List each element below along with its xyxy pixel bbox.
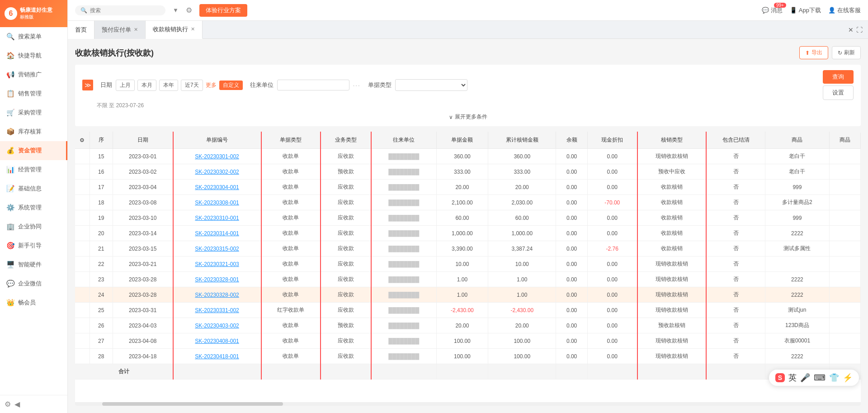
tab-expand-icon[interactable]: ⛶	[856, 26, 863, 33]
table-cell[interactable]: SK-20230308-001	[173, 195, 261, 210]
sidebar-item-label: 企业微信	[18, 280, 42, 288]
col-gear[interactable]: ⚙	[75, 132, 90, 149]
sidebar-item-wechat[interactable]: 💬 企业微信	[0, 274, 67, 293]
sidebar-item-label: 采购管理	[18, 109, 42, 117]
float-ying-icon[interactable]: 英	[788, 372, 797, 383]
sidebar-item-sales[interactable]: 📋 销售管理	[0, 84, 67, 103]
table-cell[interactable]: SK-20230328-001	[173, 272, 261, 287]
table-scrollbar	[75, 402, 861, 406]
hardware-icon: 🖥️	[6, 261, 14, 269]
tab-home[interactable]: 首页	[68, 21, 94, 39]
sidebar-item-basic[interactable]: 📝 基础信息	[0, 179, 67, 198]
table-cell: 2222	[765, 272, 829, 287]
export-button[interactable]: ⬆ 导出	[799, 46, 828, 59]
refresh-button[interactable]: ↻ 刷新	[832, 46, 861, 59]
tab-close-all-icon[interactable]: ✕	[848, 26, 854, 33]
col-no: 序	[90, 132, 113, 149]
table-cell	[75, 241, 90, 256]
table-cell[interactable]: SK-20230321-003	[173, 256, 261, 272]
col-amount: 单据金额	[436, 132, 488, 149]
page-title: 收款核销执行(按收款)	[75, 47, 154, 58]
sidebar-item-purchase[interactable]: 🛒 采购管理	[0, 103, 67, 122]
table-cell[interactable]: SK-20230418-001	[173, 349, 261, 364]
app-download-button[interactable]: 📱 App下载	[790, 6, 821, 14]
collapse-icon[interactable]: ◀	[14, 400, 20, 408]
table-cell: 2222	[765, 226, 829, 241]
purchase-icon: 🛒	[6, 109, 14, 117]
sidebar-item-system[interactable]: ⚙️ 系统管理	[0, 198, 67, 217]
chevron-down-icon: ∨	[449, 114, 453, 120]
table-cell[interactable]: SK-20230314-001	[173, 226, 261, 241]
sidebar-item-inventory[interactable]: 📦 库存核算	[0, 122, 67, 141]
footer-balance	[556, 364, 587, 380]
online-service-label: 在线客服	[837, 6, 861, 14]
expand-more-btn[interactable]: ∨ 展开更多条件	[449, 113, 487, 121]
table-cell[interactable]: SK-20230302-002	[173, 164, 261, 180]
float-apps-icon[interactable]: ⚡	[843, 373, 853, 383]
logo-icon: 6	[5, 7, 17, 20]
table-cell[interactable]: SK-20230408-001	[173, 333, 261, 349]
table-cell[interactable]: SK-20230403-002	[173, 318, 261, 333]
filter-partner-input[interactable]	[277, 80, 349, 90]
topbar-search-box[interactable]: 🔍	[75, 5, 165, 15]
solution-button[interactable]: 体验行业方案	[199, 4, 247, 17]
table-cell: 预收款核销	[637, 318, 706, 333]
table-cell: 老白干	[765, 149, 829, 164]
data-table: ⚙ 序 日期 单据编号 单据类型 业务类型 往来单位 单据金额 累计核销金额 余…	[75, 132, 861, 380]
filter-prev-month-btn[interactable]: 上月	[116, 80, 135, 91]
dropdown-arrow-icon[interactable]: ▼	[173, 7, 179, 14]
online-service-button[interactable]: 👤 在线客服	[828, 6, 861, 14]
sidebar-item-operations[interactable]: 📊 经营管理	[0, 160, 67, 179]
message-button[interactable]: 💬 消息 99+	[762, 6, 783, 14]
table-cell[interactable]: SK-20230304-001	[173, 180, 261, 195]
filter-partner-item: 往来单位 ···	[250, 80, 361, 90]
col-biz-type: 业务类型	[321, 132, 371, 149]
sidebar-item-marketing[interactable]: 📢 营销推广	[0, 65, 67, 84]
table-cell: 60.00	[488, 210, 556, 226]
table-cell	[75, 195, 90, 210]
tab-prepay[interactable]: 预付应付单 ✕	[94, 21, 146, 39]
sidebar-item-finance[interactable]: 💰 资金管理	[0, 141, 67, 160]
table-cell: 17	[90, 180, 113, 195]
tab-collection[interactable]: 收款核销执行 ✕	[146, 21, 203, 39]
table-scrollbar-inner[interactable]	[102, 402, 283, 406]
filter-doctype-select[interactable]	[395, 79, 467, 91]
table-wrapper[interactable]: ⚙ 序 日期 单据编号 单据类型 业务类型 往来单位 单据金额 累计核销金额 余…	[75, 132, 861, 402]
float-mic-icon[interactable]: 🎤	[800, 373, 810, 383]
filter-7days-btn[interactable]: 近7天	[181, 80, 203, 91]
table-cell[interactable]: SK-20230301-002	[173, 149, 261, 164]
table-cell[interactable]: SK-20230310-001	[173, 210, 261, 226]
filter-custom-label[interactable]: 自定义	[219, 81, 243, 90]
filter-expand-button[interactable]: ≫	[82, 80, 93, 90]
table-cell: ████████	[371, 226, 436, 241]
sidebar-item-enterprise[interactable]: 🏢 企业协同	[0, 217, 67, 236]
float-keyboard-icon[interactable]: ⌨	[814, 373, 826, 383]
table-cell: 100.00	[488, 349, 556, 364]
filter-this-month-btn[interactable]: 本月	[137, 80, 156, 91]
search-input[interactable]	[90, 7, 144, 14]
topbar-right: 💬 消息 99+ 📱 App下载 👤 在线客服	[762, 6, 861, 14]
table-cell: 2023-03-10	[113, 210, 173, 226]
table-cell: 18	[90, 195, 113, 210]
topbar-gear-icon[interactable]: ⚙	[186, 6, 192, 14]
query-button[interactable]: 查询	[823, 70, 854, 84]
table-cell: ████████	[371, 195, 436, 210]
sidebar-item-guide[interactable]: 🎯 新手引导	[0, 236, 67, 255]
table-cell[interactable]: SK-20230315-002	[173, 241, 261, 256]
filter-more-dates[interactable]: 更多	[206, 81, 217, 89]
table-cell[interactable]: SK-20230328-002	[173, 287, 261, 303]
table-cell[interactable]: SK-20230331-002	[173, 303, 261, 318]
app-download-label: App下载	[799, 6, 821, 14]
footer-doc-no	[173, 364, 261, 380]
col-doc-no: 单据编号	[173, 132, 261, 149]
sidebar-item-quicknav[interactable]: 🏠 快捷导航	[0, 46, 67, 65]
float-shirt-icon[interactable]: 👕	[829, 373, 839, 383]
settings-button[interactable]: 设置	[823, 85, 854, 100]
filter-this-year-btn[interactable]: 本年	[159, 80, 178, 91]
sidebar-item-search[interactable]: 🔍 搜索菜单	[0, 27, 67, 46]
sidebar-item-hardware[interactable]: 🖥️ 智能硬件	[0, 255, 67, 274]
sidebar-item-member[interactable]: 👑 畅会员	[0, 293, 67, 312]
tab-prepay-close-icon[interactable]: ✕	[134, 27, 138, 33]
tab-collection-close-icon[interactable]: ✕	[191, 26, 195, 32]
bottom-gear-icon[interactable]: ⚙	[5, 400, 11, 408]
